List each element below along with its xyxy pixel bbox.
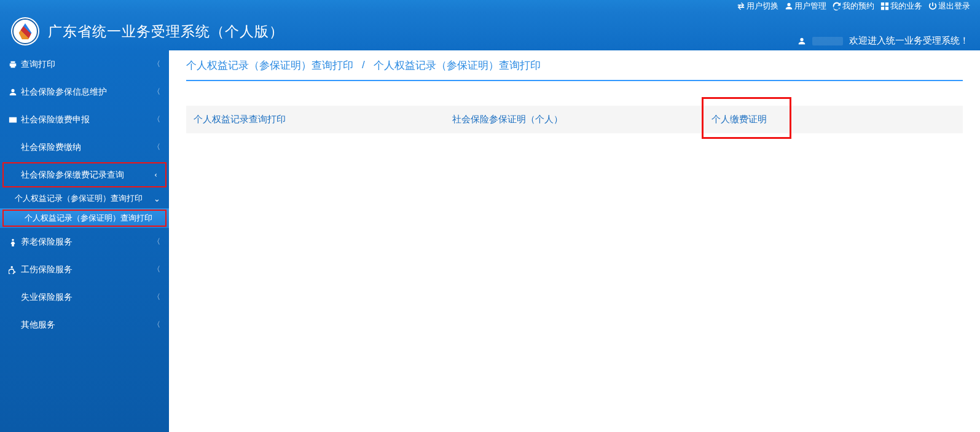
chevron-left-icon: 〈 [153,320,160,330]
sidebar-item-payment-declare[interactable]: 社会保险缴费申报 〈 [0,106,169,133]
chevron-left-icon: 〈 [153,59,160,69]
user-manage-label: 用户管理 [794,1,826,12]
sidebar-item-unemployment[interactable]: 失业保险服务 〈 [0,283,169,311]
swap-icon [737,2,745,10]
logout-label: 退出登录 [938,1,970,12]
business-link[interactable]: 我的业务 [878,1,925,12]
sidebar-item-pension[interactable]: 养老保险服务 〈 [0,228,169,256]
sidebar-sub-label: 个人权益记录（参保证明）查询打印 [15,193,154,204]
wheelchair-icon [9,265,18,274]
printer-icon [9,60,18,69]
option-label: 个人权益记录查询打印 [194,114,286,125]
user-icon [785,2,793,10]
grid-icon [880,2,889,10]
main-content: 个人权益记录（参保证明）查询打印 / 个人权益记录（参保证明）查询打印 个人权益… [169,50,980,432]
breadcrumb-a[interactable]: 个人权益记录（参保证明）查询打印 [186,58,353,73]
chevron-left-icon: 〈 [153,114,160,125]
sidebar-item-insurance-info[interactable]: 社会保险参保信息维护 〈 [0,78,169,106]
refresh-icon [833,2,841,10]
sidebar-item-label: 查询打印 [21,59,153,70]
appointment-link[interactable]: 我的预约 [830,1,877,12]
sidebar-item-payment-record[interactable]: 社会保险参保缴费记录查询 ⌄ [0,161,169,189]
card-icon [9,116,18,124]
sidebar: 查询打印 〈 社会保险参保信息维护 〈 社会保险缴费申报 〈 社会保险费缴纳 〈… [0,50,169,432]
sidebar-sub-label: 个人权益记录（参保证明）查询打印 [25,213,152,224]
user-icon [9,88,18,96]
breadcrumb-b[interactable]: 个人权益记录（参保证明）查询打印 [374,58,541,73]
chevron-left-icon: 〈 [153,292,160,302]
top-nav: 用户切换 用户管理 我的预约 我的业务 退出登录 [0,0,980,12]
chevron-left-icon: 〈 [153,264,160,275]
sidebar-item-fee-pay[interactable]: 社会保险费缴纳 〈 [0,133,169,161]
sidebar-item-label: 社会保险缴费申报 [21,114,153,125]
welcome-bar: 欢迎进入统一业务受理系统！ [798,35,969,47]
sidebar-item-injury[interactable]: 工伤保险服务 〈 [0,256,169,283]
chevron-left-icon: 〈 [153,87,160,97]
chevron-down-icon: ⌄ [154,194,160,203]
logo [11,17,39,45]
sidebar-item-label: 失业保险服务 [21,292,153,303]
sidebar-sub-rights-record-print[interactable]: 个人权益记录（参保证明）查询打印 [0,208,169,228]
sidebar-item-label: 社会保险费缴纳 [21,142,153,153]
sidebar-item-other[interactable]: 其他服务 〈 [0,311,169,339]
option-payment-proof[interactable]: 个人缴费证明 [704,106,963,133]
appointment-label: 我的预约 [842,1,874,12]
user-switch-link[interactable]: 用户切换 [734,1,781,12]
svg-point-0 [11,265,14,268]
header: 广东省统一业务受理系统（个人版） 欢迎进入统一业务受理系统！ [0,12,980,50]
sidebar-item-label: 社会保险参保缴费记录查询 [21,170,154,181]
logout-link[interactable]: 退出登录 [926,1,973,12]
business-label: 我的业务 [890,1,922,12]
chevron-left-icon: 〈 [153,142,160,152]
sidebar-item-label: 工伤保险服务 [21,264,153,275]
user-name-redacted [812,37,843,45]
chevron-down-icon: ⌄ [153,172,162,178]
option-row: 个人权益记录查询打印 社会保险参保证明（个人） 个人缴费证明 [186,106,963,133]
breadcrumb: 个人权益记录（参保证明）查询打印 / 个人权益记录（参保证明）查询打印 [186,50,963,81]
sidebar-sub-rights-record[interactable]: 个人权益记录（参保证明）查询打印 ⌄ [0,189,169,208]
power-icon [928,2,937,10]
user-manage-link[interactable]: 用户管理 [782,1,829,12]
option-label: 个人缴费证明 [711,114,767,125]
chevron-left-icon: 〈 [153,237,160,247]
user-icon [798,37,806,45]
sidebar-item-query-print[interactable]: 查询打印 〈 [0,50,169,78]
option-insurance-proof[interactable]: 社会保险参保证明（个人） [445,106,704,133]
app-title: 广东省统一业务受理系统（个人版） [48,22,284,41]
option-rights-record[interactable]: 个人权益记录查询打印 [186,106,445,133]
breadcrumb-sep: / [362,59,365,71]
sidebar-item-label: 其他服务 [21,320,153,331]
user-switch-label: 用户切换 [747,1,778,12]
welcome-text: 欢迎进入统一业务受理系统！ [849,35,969,47]
option-label: 社会保险参保证明（个人） [452,114,563,125]
sidebar-item-label: 养老保险服务 [21,237,153,248]
sidebar-item-label: 社会保险参保信息维护 [21,87,153,98]
person-icon [9,238,18,246]
